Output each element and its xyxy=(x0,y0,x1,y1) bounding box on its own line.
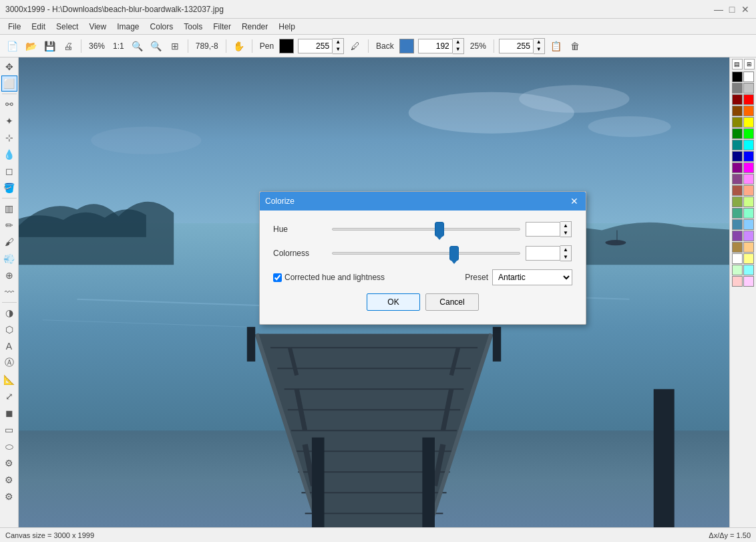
tool-eyedropper[interactable]: 💧 xyxy=(1,146,17,162)
color-swatch-14[interactable] xyxy=(732,151,743,162)
color-swatch-29[interactable] xyxy=(743,231,754,241)
tool-paint-bucket[interactable]: 🪣 xyxy=(1,180,17,196)
tool-text[interactable]: A xyxy=(1,338,17,354)
palette-ctrl-btn2[interactable]: ⊞ xyxy=(744,59,755,70)
tool-ellipse[interactable]: ⬭ xyxy=(1,438,17,454)
menu-item-image[interactable]: Image xyxy=(112,21,144,33)
color-swatch-25[interactable] xyxy=(743,208,754,219)
color-swatch-3[interactable] xyxy=(743,83,754,94)
color-swatch-30[interactable] xyxy=(732,242,743,253)
color-swatch-23[interactable] xyxy=(743,196,754,207)
tool-pencil[interactable]: ✏ xyxy=(1,217,17,233)
color-swatch-13[interactable] xyxy=(743,140,754,150)
corrected-label[interactable]: Corrected hue and lightness xyxy=(285,273,385,282)
hand-button[interactable]: ✋ xyxy=(231,38,247,54)
color-swatch-27[interactable] xyxy=(743,219,754,230)
color-value-input[interactable] xyxy=(499,39,534,53)
hue-value-input[interactable]: 210.7 xyxy=(526,222,560,237)
tool-text-tool[interactable]: Ⓐ xyxy=(1,355,17,371)
tool-eraser[interactable]: ◻ xyxy=(1,163,17,179)
hue-down-btn[interactable]: ▼ xyxy=(560,229,571,237)
back-down-btn[interactable]: ▼ xyxy=(453,46,463,53)
menu-item-view[interactable]: View xyxy=(83,21,112,33)
menu-item-colors[interactable]: Colors xyxy=(145,21,179,33)
color-swatch-32[interactable] xyxy=(732,253,743,264)
color-swatch-21[interactable] xyxy=(743,185,754,196)
color-swatch-9[interactable] xyxy=(743,117,754,128)
color-swatch-34[interactable] xyxy=(732,265,743,275)
close-button[interactable]: ✕ xyxy=(740,4,751,15)
pen-extra-btn[interactable]: 🖊 xyxy=(347,38,363,54)
extra-btn1[interactable]: 📋 xyxy=(548,38,564,54)
tool-dodge[interactable]: ◑ xyxy=(1,305,17,321)
menu-item-select[interactable]: Select xyxy=(51,21,83,33)
color-swatch-8[interactable] xyxy=(732,117,743,128)
menu-item-file[interactable]: File xyxy=(3,21,26,33)
color-swatch-4[interactable] xyxy=(732,94,743,105)
tool-gradient[interactable]: ▥ xyxy=(1,200,17,217)
tool-brush[interactable]: 🖌 xyxy=(1,234,17,250)
new-button[interactable]: 📄 xyxy=(4,38,20,54)
zoom-out-button[interactable]: 🔍 xyxy=(148,38,164,54)
color-swatch-11[interactable] xyxy=(743,128,754,139)
colorness-down-btn[interactable]: ▼ xyxy=(560,253,571,261)
menu-item-render[interactable]: Render xyxy=(236,21,273,33)
pen-value-input[interactable]: 255 xyxy=(298,39,333,53)
ok-button[interactable]: OK xyxy=(367,293,420,311)
back-color-box[interactable] xyxy=(399,39,414,53)
colorness-slider-thumb[interactable] xyxy=(449,246,459,261)
tool-measure[interactable]: 📐 xyxy=(1,372,17,388)
pen-color-box[interactable] xyxy=(279,39,294,53)
tool-rect-shape[interactable]: ▭ xyxy=(1,422,17,438)
save-button[interactable]: 💾 xyxy=(41,38,57,54)
color-swatch-20[interactable] xyxy=(732,185,743,196)
tool-settings3[interactable]: ⚙ xyxy=(1,489,17,505)
color-down-btn[interactable]: ▼ xyxy=(534,46,544,53)
colorness-value-input[interactable]: 0.659 xyxy=(526,246,560,261)
maximize-button[interactable]: □ xyxy=(727,4,737,15)
menu-item-edit[interactable]: Edit xyxy=(26,21,51,33)
color-swatch-16[interactable] xyxy=(732,162,743,173)
zoom-in-button[interactable]: 🔍 xyxy=(130,38,146,54)
color-swatch-17[interactable] xyxy=(743,162,754,173)
print-button[interactable]: 🖨 xyxy=(60,38,76,54)
tool-settings2[interactable]: ⚙ xyxy=(1,472,17,488)
back-up-btn[interactable]: ▲ xyxy=(453,39,463,46)
minimize-button[interactable]: — xyxy=(713,4,724,15)
colorness-up-btn[interactable]: ▲ xyxy=(560,246,571,253)
tool-crop[interactable]: ⊹ xyxy=(1,130,17,146)
color-swatch-0[interactable] xyxy=(732,72,743,82)
tool-settings1[interactable]: ⚙ xyxy=(1,455,17,471)
menu-item-filter[interactable]: Filter xyxy=(208,21,236,33)
color-swatch-12[interactable] xyxy=(732,140,743,150)
tool-foreground[interactable]: ◼ xyxy=(1,405,17,421)
tool-smudge[interactable]: 〰 xyxy=(1,284,17,300)
hue-slider-thumb[interactable] xyxy=(435,222,444,237)
menu-item-help[interactable]: Help xyxy=(273,21,301,33)
pen-up-btn[interactable]: ▲ xyxy=(333,39,343,46)
color-swatch-31[interactable] xyxy=(743,242,754,253)
color-swatch-28[interactable] xyxy=(732,231,743,241)
tool-magic-wand[interactable]: ✦ xyxy=(1,113,17,129)
corrected-checkbox[interactable] xyxy=(273,273,282,282)
tool-clone[interactable]: ⊕ xyxy=(1,267,17,283)
color-swatch-19[interactable] xyxy=(743,174,754,184)
color-swatch-2[interactable] xyxy=(732,83,743,94)
tool-airbrush[interactable]: 💨 xyxy=(1,251,17,267)
palette-ctrl-btn1[interactable]: ▤ xyxy=(732,59,743,70)
color-swatch-36[interactable] xyxy=(732,276,743,287)
pen-down-btn[interactable]: ▼ xyxy=(333,46,343,53)
tool-rect-select[interactable]: ⬜ xyxy=(1,76,17,92)
color-swatch-35[interactable] xyxy=(743,265,754,275)
color-swatch-33[interactable] xyxy=(743,253,754,264)
tool-transform[interactable]: ⤢ xyxy=(1,388,17,404)
tool-lasso[interactable]: ⚯ xyxy=(1,96,17,112)
color-swatch-18[interactable] xyxy=(732,174,743,184)
color-swatch-7[interactable] xyxy=(743,106,754,116)
color-swatch-15[interactable] xyxy=(743,151,754,162)
color-swatch-10[interactable] xyxy=(732,128,743,139)
color-swatch-24[interactable] xyxy=(732,208,743,219)
color-swatch-22[interactable] xyxy=(732,196,743,207)
tool-path[interactable]: ⬡ xyxy=(1,321,17,337)
color-swatch-6[interactable] xyxy=(732,106,743,116)
